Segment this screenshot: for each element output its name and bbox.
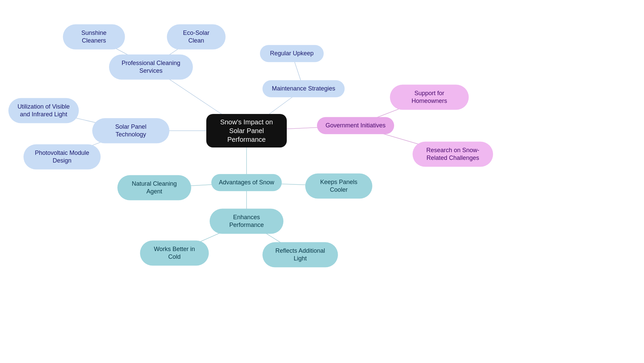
node-keeps-cooler: Keeps Panels Cooler xyxy=(305,174,372,199)
node-govt-initiatives: Government Initiatives xyxy=(317,117,394,134)
node-research-snow: Research on Snow-Related Challenges xyxy=(413,142,493,167)
node-regular-upkeep: Regular Upkeep xyxy=(260,45,324,62)
node-reflects-light: Reflects Additional Light xyxy=(263,242,338,267)
node-support-homeowners: Support for Homeowners xyxy=(390,85,469,110)
node-natural-cleaning: Natural Cleaning Agent xyxy=(117,175,191,200)
node-works-cold: Works Better in Cold xyxy=(140,241,209,266)
node-sunshine: Sunshine Cleaners xyxy=(63,24,125,50)
node-uv-infrared: Utilization of Visible and Infrared Ligh… xyxy=(8,98,79,123)
node-advantages-snow: Advantages of Snow xyxy=(211,174,282,191)
node-prof-cleaning: Professional Cleaning Services xyxy=(109,55,193,80)
node-enhances-perf: Enhances Performance xyxy=(210,209,283,234)
mindmap-container: Snow's Impact on Solar Panel Performance… xyxy=(0,0,644,363)
node-eco-solar: Eco-Solar Clean xyxy=(167,24,226,50)
node-photovoltaic: Photovoltaic Module Design xyxy=(23,144,101,170)
node-solar-panel-tech: Solar Panel Technology xyxy=(92,118,169,143)
center-node: Snow's Impact on Solar Panel Performance xyxy=(206,114,287,147)
node-maintenance: Maintenance Strategies xyxy=(263,80,345,97)
